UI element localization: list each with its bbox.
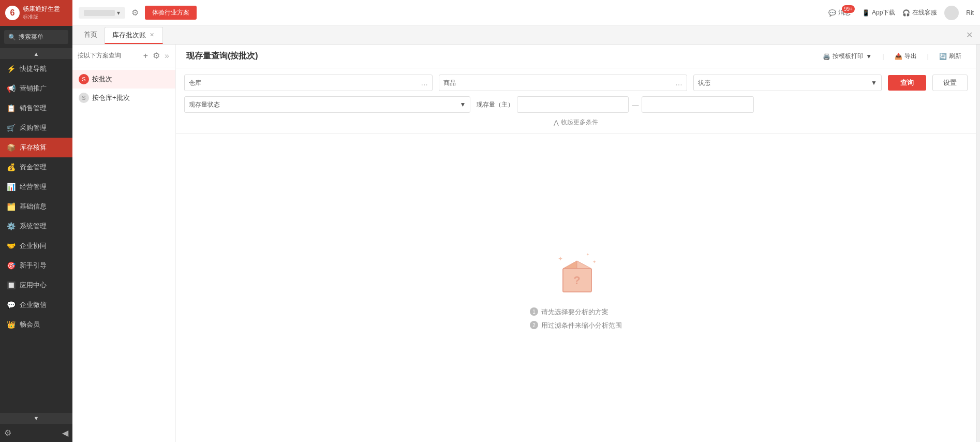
- empty-tips: 1 请先选择要分析的方案 2 用过滤条件来缩小分析范围: [530, 307, 622, 330]
- purchase-icon: 🛒: [6, 123, 16, 132]
- scheme-list: S 按批次 S 按仓库+批次: [72, 67, 175, 442]
- sidebar-item-guide[interactable]: 🎯 新手引导: [0, 256, 72, 275]
- warehouse-input[interactable]: [204, 79, 418, 86]
- message-icon: 💬: [828, 9, 836, 17]
- operations-icon: 📊: [6, 182, 16, 191]
- sidebar-item-marketing[interactable]: 📢 营销推广: [0, 79, 72, 98]
- sidebar-item-quick-nav[interactable]: ⚡ 快捷导航: [0, 59, 72, 79]
- search-icon: 🔍: [8, 34, 16, 41]
- stock-status-filter[interactable]: 现存量状态 ▼: [184, 96, 470, 113]
- stock-quantity-label: 现存量（主）: [477, 100, 514, 109]
- marketing-icon: 📢: [6, 84, 16, 93]
- sidebar-item-inventory[interactable]: 📦 库存核算: [0, 138, 72, 157]
- sidebar-item-enterprise[interactable]: 🤝 企业协同: [0, 236, 72, 256]
- scheme-warehouse-batch-icon: S: [79, 93, 89, 103]
- product-label: 商品: [443, 79, 456, 87]
- sidebar-scroll-down-button[interactable]: ▼: [0, 413, 72, 423]
- divider-1: |: [882, 52, 884, 60]
- page-header-actions: 🖨️ 按模板打印 ▼ | 📤 导出 | 🔄 刷新: [819, 50, 966, 63]
- add-scheme-button[interactable]: +: [142, 50, 149, 62]
- content-area: 按以下方案查询 + ⚙ » S 按批次 S 按: [72, 45, 980, 442]
- sidebar-item-sales[interactable]: 📋 销售管理: [0, 98, 72, 118]
- username-label[interactable]: Rit: [966, 9, 974, 17]
- page-header: 现存量查询(按批次) 🖨️ 按模板打印 ▼ | 📤 导出 | 🔄: [176, 45, 976, 68]
- breadcrumb-chevron-icon: ▾: [117, 9, 120, 17]
- user-avatar[interactable]: [944, 6, 959, 20]
- filter-settings-button[interactable]: 设置: [932, 75, 968, 91]
- system-icon: ⚙️: [6, 222, 16, 231]
- trial-button[interactable]: 体验行业方案: [145, 6, 197, 20]
- tip-2-text: 用过滤条件来缩小分析范围: [541, 321, 622, 330]
- warehouse-filter[interactable]: 仓库 ...: [184, 75, 433, 91]
- export-icon: 📤: [895, 53, 902, 60]
- company-name: 畅康通好生意: [23, 5, 60, 13]
- status-label: 状态: [698, 79, 710, 87]
- tab-batch-account-label: 库存批次账: [112, 31, 146, 40]
- tip-1-text: 请先选择要分析的方案: [541, 307, 608, 317]
- filter-collapse-row: ⋀ 收起更多条件: [184, 118, 968, 127]
- scheme-item-by-warehouse-batch[interactable]: S 按仓库+批次: [72, 89, 175, 107]
- headset-icon: 🎧: [902, 9, 910, 17]
- topbar: ▾ ⚙ 体验行业方案 💬 消息 99+ 📱 App下载 🎧 在线客服 Rit: [72, 0, 980, 26]
- sidebar-footer: ⚙ ◀: [0, 423, 72, 442]
- sidebar-item-system[interactable]: ⚙️ 系统管理: [0, 216, 72, 236]
- right-scrollbar[interactable]: [976, 45, 980, 442]
- close-all-tabs-button[interactable]: ✕: [963, 29, 976, 41]
- scheme-item-by-batch[interactable]: S 按批次: [72, 70, 175, 89]
- product-dots[interactable]: ...: [675, 78, 682, 87]
- status-filter[interactable]: 状态 ▼: [693, 75, 882, 91]
- svg-text:✦: ✦: [592, 259, 597, 264]
- messages-button[interactable]: 💬 消息 99+: [828, 8, 851, 17]
- tab-extra-actions: ✕: [963, 29, 976, 41]
- sidebar-item-finance[interactable]: 💰 资金管理: [0, 157, 72, 177]
- print-button[interactable]: 🖨️ 按模板打印 ▼: [819, 50, 876, 63]
- sidebar-collapse-button[interactable]: ◀: [62, 428, 68, 438]
- sidebar-item-basic[interactable]: 🗂️ 基础信息: [0, 197, 72, 216]
- product-filter[interactable]: 商品 ...: [439, 75, 687, 91]
- tab-batch-close-icon[interactable]: ✕: [149, 31, 155, 39]
- svg-text:✦: ✦: [586, 253, 589, 256]
- tip-1-number: 1: [530, 307, 538, 316]
- tab-home[interactable]: 首页: [77, 27, 105, 43]
- sidebar-settings-button[interactable]: ⚙: [4, 428, 11, 438]
- refresh-button[interactable]: 🔄 刷新: [935, 50, 966, 63]
- stock-status-label: 现存量状态: [189, 100, 220, 109]
- empty-tip-2: 2 用过滤条件来缩小分析范围: [530, 321, 622, 330]
- warehouse-dots[interactable]: ...: [421, 78, 427, 87]
- query-button[interactable]: 查询: [888, 75, 926, 91]
- stock-quantity-max-input[interactable]: [642, 96, 753, 113]
- scheme-batch-icon: S: [79, 74, 89, 84]
- apps-icon: 🔲: [6, 281, 16, 290]
- customer-service-button[interactable]: 🎧 在线客服: [902, 8, 937, 17]
- search-menu-button[interactable]: 🔍 搜索菜单: [4, 30, 68, 44]
- sidebar-item-purchase[interactable]: 🛒 采购管理: [0, 118, 72, 138]
- stock-quantity-min-input[interactable]: [517, 96, 629, 113]
- tabs-bar: 首页 库存批次账 ✕ ✕: [72, 26, 980, 45]
- app-download-button[interactable]: 📱 App下载: [862, 8, 895, 17]
- tip-2-number: 2: [530, 321, 538, 329]
- warehouse-label: 仓库: [189, 79, 201, 87]
- sidebar-item-wechat[interactable]: 💬 企业微信: [0, 295, 72, 315]
- collapse-icon: ⋀: [554, 119, 559, 126]
- page-title: 现存量查询(按批次): [186, 51, 258, 62]
- topbar-left: ▾ ⚙ 体验行业方案: [79, 6, 823, 20]
- scheme-settings-button[interactable]: ⚙: [152, 50, 161, 62]
- inventory-icon: 📦: [6, 143, 16, 152]
- sidebar: 6 畅康通好生意 标准版 🔍 搜索菜单 ▲ ⚡ 快捷导航 📢 营销推广 📋 销售…: [0, 0, 72, 442]
- range-dash: —: [632, 101, 639, 109]
- phone-icon: 📱: [862, 9, 870, 17]
- scheme-panel-collapse-button[interactable]: »: [164, 50, 170, 62]
- sidebar-item-apps[interactable]: 🔲 应用中心: [0, 275, 72, 295]
- collapse-filter-button[interactable]: ⋀ 收起更多条件: [554, 118, 598, 127]
- topbar-settings-button[interactable]: ⚙: [129, 6, 141, 20]
- breadcrumb[interactable]: ▾: [79, 7, 125, 19]
- svg-text:?: ?: [573, 274, 580, 287]
- sidebar-item-member[interactable]: 👑 畅会员: [0, 315, 72, 334]
- export-button[interactable]: 📤 导出: [890, 50, 921, 63]
- sidebar-item-operations[interactable]: 📊 经营管理: [0, 177, 72, 197]
- sidebar-scroll-up-button[interactable]: ▲: [0, 49, 72, 59]
- product-input[interactable]: [459, 79, 672, 86]
- app-version: 标准版: [23, 13, 60, 21]
- tab-batch-account[interactable]: 库存批次账 ✕: [105, 27, 163, 44]
- sidebar-search-area: 🔍 搜索菜单: [0, 26, 72, 49]
